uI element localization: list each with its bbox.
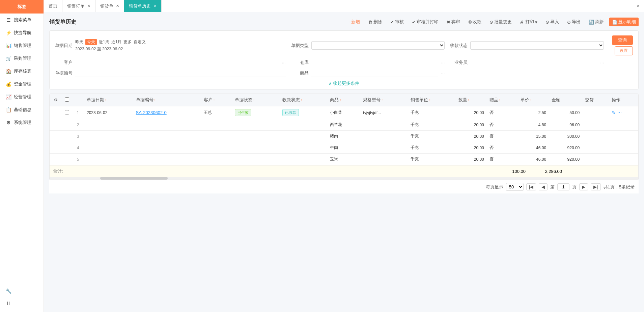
th-goods[interactable]: 商品↕ [327,94,360,106]
customer-label: 客户 [55,59,73,66]
th-doc-no[interactable]: 单据编号↕ [133,94,201,106]
doc-no-link[interactable]: SA-20230602-0 [136,110,167,115]
goods-dots[interactable]: ··· [441,71,445,76]
inventory-icon: 🏠 [6,69,11,74]
row-spec [360,154,408,165]
export-icon: ⊙ [567,20,571,25]
row-goods: 小白菜 [327,106,360,119]
show-detail-button[interactable]: 📄 显示明细 [609,18,639,26]
row-check [62,154,72,165]
tab-close-sales-goods[interactable]: ✕ [116,4,119,8]
th-unit-price[interactable]: 单价↕ [518,94,549,106]
date-shortcut-last7[interactable]: 近1周 [99,39,109,45]
th-payment-status[interactable]: 收款状态↕ [280,94,327,106]
audit-button[interactable]: ✔ 审核 [388,18,407,26]
abandon-button[interactable]: ✖ 弃审 [444,18,463,26]
tab-close-sales-order[interactable]: ✕ [87,4,90,8]
sort-docno-icon: ↕ [154,98,156,102]
tab-bar: 首页 销售订单 ✕ 销货单 ✕ 销货单历史 ✕ ✕ [44,0,644,12]
collect-button[interactable]: © 收款 [466,18,484,26]
doc-no-input[interactable] [75,70,286,77]
date-shortcut-more[interactable]: 更多 [123,39,132,45]
row-action: ✎⋯ [609,106,638,119]
tab-close-sales-history[interactable]: ✕ [153,4,157,8]
tab-sales-goods[interactable]: 销货单 ✕ [95,0,124,12]
page-prev-btn[interactable]: ◀ [539,183,548,190]
row-checkbox[interactable] [65,110,69,114]
tab-sales-history[interactable]: 销货单历史 ✕ [124,0,162,12]
th-date[interactable]: 单据日期↕ [84,94,133,106]
sidebar-item-finance-mgmt[interactable]: 💰 资金管理 [0,78,44,90]
row-gift: 否 [487,154,518,165]
tab-sales-order[interactable]: 销售订单 ✕ [62,0,95,12]
page-last-btn[interactable]: ▶| [591,183,600,190]
th-unit[interactable]: 销售单位↕ [408,94,455,106]
delete-button[interactable]: 🗑 删除 [365,18,385,26]
filter-row-3: 单据编号 商品 ··· [55,70,633,77]
row-unit: 千克 [408,106,455,119]
sidebar-bottom: 🔧 ⏸ [0,282,44,312]
audit-print-button[interactable]: ✔ 审核并打印 [409,18,441,26]
goods-input[interactable] [311,70,439,77]
tab-home[interactable]: 首页 [44,0,62,12]
th-gift[interactable]: 赠品↕ [487,94,518,106]
settings-icon: 🔧 [6,288,11,294]
sidebar-item-basic-info[interactable]: 📋 基础信息 [0,103,44,116]
per-page-select[interactable]: 50 100 [506,183,524,191]
table-header-row: ⚙ 单据日期↕ 单据编号↕ 客户↕ 单据状态↕ 收款状态↕ 商品↕ 规格型号↕ … [50,94,638,106]
page-input[interactable] [557,183,569,190]
query-button[interactable]: 查询 [612,35,633,45]
print-button[interactable]: 🖨 打印 ▾ [517,18,540,26]
sort-goods-icon: ↕ [339,98,341,102]
sidebar-bottom-settings[interactable]: 🔧 [0,285,44,297]
finance-mgmt-icon: 💰 [6,81,11,87]
date-shortcut-custom[interactable]: 自定义 [134,39,146,45]
customer-input[interactable] [75,59,279,66]
row-customer: 王总 [201,106,232,119]
page-label: 第 [550,184,555,190]
new-button[interactable]: + 新增 [345,18,363,26]
th-spec[interactable]: 规格型号↕ [360,94,408,106]
row-qty: 20.00 [456,119,487,131]
date-shortcut-today[interactable]: 今天 [85,39,97,45]
date-shortcut-last1m[interactable]: 近1月 [111,39,122,45]
sidebar-item-search-menu[interactable]: ☰ 搜索菜单 [0,14,44,26]
select-all-checkbox[interactable] [65,97,69,102]
page-next-btn[interactable]: ▶ [579,183,588,190]
sidebar-item-sys-mgmt[interactable]: ⚙ 系统管理 [0,116,44,129]
more-icon[interactable]: ⋯ [617,110,622,115]
doc-type-select[interactable] [311,41,445,50]
payment-status-select[interactable] [470,41,604,50]
date-shortcut-yesterday[interactable]: 昨天 [75,39,83,45]
import-button[interactable]: ⊙ 导入 [543,18,562,26]
page-first-btn[interactable]: |◀ [526,183,536,190]
th-customer[interactable]: 客户↕ [201,94,232,106]
salesperson-input[interactable] [470,59,597,66]
salesperson-dots[interactable]: ··· [600,60,604,65]
th-doc-status[interactable]: 单据状态↕ [232,94,280,106]
sidebar-bottom-pause[interactable]: ⏸ [0,297,44,309]
row-doc-no [133,119,201,131]
sidebar-item-ops-mgmt[interactable]: 📈 经营管理 [0,90,44,103]
export-button[interactable]: ⊙ 导出 [564,18,583,26]
tab-bar-close-btn[interactable]: ✕ [632,3,644,8]
th-gear[interactable]: ⚙ [50,94,62,106]
row-goods: 西兰花 [327,119,360,131]
warehouse-input[interactable] [311,59,439,66]
batch-change-button[interactable]: ⊙ 批量变更 [487,18,514,26]
table-scrollbar[interactable] [50,177,638,180]
sidebar-item-inventory[interactable]: 🏠 库存核算 [0,65,44,78]
warehouse-dots[interactable]: ··· [441,60,445,65]
scrollbar-thumb[interactable] [100,177,168,180]
row-transaction [582,131,609,142]
edit-icon[interactable]: ✎ [612,110,615,115]
sidebar-item-quick-nav[interactable]: ⚡ 快捷导航 [0,26,44,39]
sidebar-item-sales-mgmt[interactable]: 📊 销售管理 [0,39,44,52]
collapse-button[interactable]: ∧ 收起更多条件 [55,80,633,86]
customer-dots[interactable]: ··· [282,60,286,65]
refresh-button[interactable]: 🔄 刷新 [586,18,607,26]
basic-info-icon: 📋 [6,107,11,112]
th-qty[interactable]: 数量↕ [456,94,487,106]
settings-button[interactable]: 设置 [615,46,633,55]
sidebar-item-purchase-mgmt[interactable]: 🛒 采购管理 [0,52,44,65]
